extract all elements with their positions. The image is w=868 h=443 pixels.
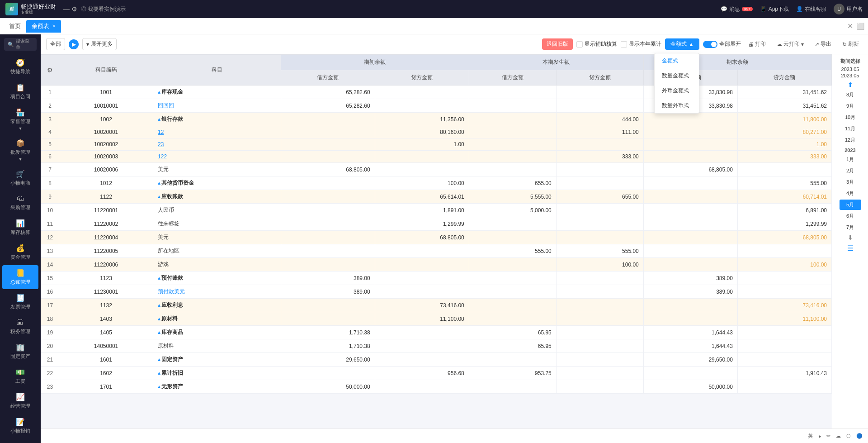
print-button[interactable]: 🖨 打印	[745, 38, 769, 50]
sidebar-item-business[interactable]: 📈 经营管理	[2, 389, 38, 413]
sidebar-item-inventory[interactable]: 📊 库存核算	[2, 215, 38, 239]
online-service-button[interactable]: 👤 在线客服	[796, 5, 826, 13]
refresh-button[interactable]: ↻ 刷新	[839, 38, 863, 50]
subject-name[interactable]: 预付账款	[161, 275, 183, 281]
table-settings-icon[interactable]: ⚙	[47, 67, 53, 74]
row-expand-icon[interactable]: ▴	[158, 193, 160, 200]
show-ytd-checkbox[interactable]: 显示本年累计	[621, 40, 661, 48]
row-expand-icon[interactable]: ▴	[158, 116, 160, 122]
sidebar-item-wholesale[interactable]: 📦 批发管理 ▼	[2, 135, 38, 165]
status-edit[interactable]: ✏	[826, 433, 830, 439]
subject-link[interactable]: 预付款美元	[158, 288, 185, 295]
subject-name[interactable]: 累计折旧	[161, 370, 183, 376]
user-avatar[interactable]: U 用户名	[834, 4, 863, 14]
period-item-11[interactable]: 11月	[840, 124, 861, 134]
period-item-5[interactable]: 5月	[840, 200, 861, 210]
expand-btn[interactable]: ▾ 展开更多	[82, 38, 117, 50]
toggle-switch-knob[interactable]	[703, 41, 717, 48]
row-expand-icon[interactable]: ▴	[158, 275, 160, 281]
subject-name[interactable]: 固定资产	[161, 356, 183, 362]
period-scroll-down[interactable]: ⬇	[848, 234, 853, 241]
tab-home[interactable]: 首页	[4, 20, 26, 33]
show-assist-checkbox[interactable]: 显示辅助核算	[576, 40, 617, 48]
status-bar: 英 ♦ ✏ ☁ ⬡ 🔵	[41, 429, 868, 443]
sidebar-item-purchase[interactable]: 🛍 采购管理	[2, 191, 38, 214]
all-button[interactable]: 全部	[46, 38, 65, 50]
cell-subject: 原材料	[153, 339, 281, 353]
sidebar-item-ledger[interactable]: 📒 总账管理	[2, 265, 38, 289]
sidebar-item-nav[interactable]: 🧭 快捷导航	[2, 55, 38, 79]
table-scroll[interactable]: ⚙ 科目编码 科目 期初余额 本期发生额 期末余额 借方金额 贷方金额 借方金额	[41, 54, 832, 429]
expand-all-toggle[interactable]: 全部展开	[703, 40, 741, 48]
sidebar-item-tax[interactable]: 🏛 税务管理	[2, 315, 38, 338]
row-expand-icon[interactable]: ▴	[158, 180, 160, 186]
window-close-btn[interactable]: ✕	[847, 22, 853, 30]
period-item-12[interactable]: 12月	[840, 135, 861, 145]
demo-link[interactable]: ◎ 我要看实例演示	[81, 5, 126, 13]
sidebar-item-basic[interactable]: ℹ 基础信息	[2, 439, 38, 443]
window-min-button[interactable]: —	[63, 5, 70, 13]
subject-name[interactable]: 原材料	[161, 315, 178, 322]
export-button[interactable]: ↗ 导出	[811, 38, 835, 50]
subject-name[interactable]: 应收利息	[161, 302, 183, 308]
sidebar-item-salary[interactable]: 💵 工资	[2, 364, 38, 388]
row-expand-icon[interactable]: ▴	[158, 370, 160, 376]
subject-link[interactable]: 12	[158, 129, 164, 135]
period-item-10[interactable]: 10月	[840, 112, 861, 123]
row-expand-icon[interactable]: ▴	[158, 329, 160, 335]
subject-name[interactable]: 其他货币资金	[161, 180, 194, 186]
sidebar-search[interactable]: 🔍 搜索菜单	[4, 38, 37, 51]
dropdown-quantity-amount[interactable]: 数量金额式	[655, 68, 699, 83]
row-expand-icon[interactable]: ▴	[158, 383, 160, 390]
subject-name[interactable]: 库存现金	[161, 89, 183, 95]
sidebar-item-report[interactable]: 📝 小畅报销	[2, 414, 38, 438]
subject-link[interactable]: 23	[158, 141, 164, 148]
status-cloud[interactable]: ☁	[836, 433, 841, 439]
tab-close-icon[interactable]: ✕	[52, 24, 56, 29]
inventory-icon: 📊	[16, 219, 25, 228]
sidebar-item-contract[interactable]: 📋 项目合同	[2, 80, 38, 104]
cloud-print-button[interactable]: ☁ 云打印 ▾	[773, 38, 807, 50]
period-item-9[interactable]: 9月	[840, 101, 861, 111]
tab-balance[interactable]: 余额表 ✕	[26, 20, 61, 33]
return-old-version-button[interactable]: 退回旧版	[542, 38, 573, 50]
settings-th[interactable]: ⚙	[41, 55, 59, 86]
app-download-button[interactable]: 📱 App下载	[760, 5, 789, 13]
message-button[interactable]: 💬 消息 99+	[721, 5, 752, 13]
row-expand-icon[interactable]: ▴	[158, 302, 160, 308]
subject-name[interactable]: 银行存款	[161, 116, 183, 122]
dropdown-foreign-amount[interactable]: 外币金额式	[655, 83, 699, 98]
period-item-2[interactable]: 2月	[840, 166, 861, 176]
status-translate[interactable]: 英	[808, 433, 813, 439]
cloud-print-label: 云打印	[783, 40, 800, 48]
jineshi-dropdown-button[interactable]: 金额式 ▲	[665, 38, 699, 50]
subject-link[interactable]: 122	[158, 153, 167, 160]
row-expand-icon[interactable]: ▴	[158, 315, 160, 322]
window-maximize-btn[interactable]: ⬜	[857, 23, 864, 30]
period-item-4[interactable]: 4月	[840, 188, 861, 199]
cell-close-credit: 60,714.01	[737, 190, 831, 204]
period-item-8[interactable]: 8月	[840, 90, 861, 100]
dropdown-jineshi[interactable]: 金额式	[655, 53, 699, 68]
sidebar-item-ecommerce[interactable]: 🛒 小畅电商	[2, 166, 38, 190]
sidebar-item-invoice[interactable]: 🧾 发票管理	[2, 290, 38, 314]
window-settings-icon[interactable]: ⚙	[71, 5, 77, 13]
period-expand-icon[interactable]: ☰	[847, 244, 854, 252]
sidebar-item-capital[interactable]: 💰 资金管理	[2, 240, 38, 264]
subject-name[interactable]: 应收账款	[161, 193, 183, 200]
period-item-7[interactable]: 7月	[840, 222, 861, 233]
subject-link[interactable]: 回回回	[158, 102, 174, 109]
subject-name[interactable]: 库存商品	[161, 329, 183, 335]
period-scroll-up[interactable]: ⬆	[848, 81, 853, 88]
row-expand-icon[interactable]: ▴	[158, 356, 160, 362]
nav-arrow-right[interactable]: ▶	[69, 39, 79, 49]
status-hex[interactable]: ⬡	[846, 433, 851, 439]
period-item-6[interactable]: 6月	[840, 211, 861, 221]
sidebar-item-retail[interactable]: 🏪 零售管理 ▼	[2, 105, 38, 134]
sidebar-item-fixed[interactable]: 🏢 固定资产	[2, 339, 38, 363]
row-expand-icon[interactable]: ▴	[158, 89, 160, 95]
dropdown-quantity-foreign[interactable]: 数量外币式	[655, 98, 699, 113]
period-item-3[interactable]: 3月	[840, 177, 861, 187]
period-item-1[interactable]: 1月	[840, 154, 861, 165]
subject-name[interactable]: 无形资产	[161, 383, 183, 390]
